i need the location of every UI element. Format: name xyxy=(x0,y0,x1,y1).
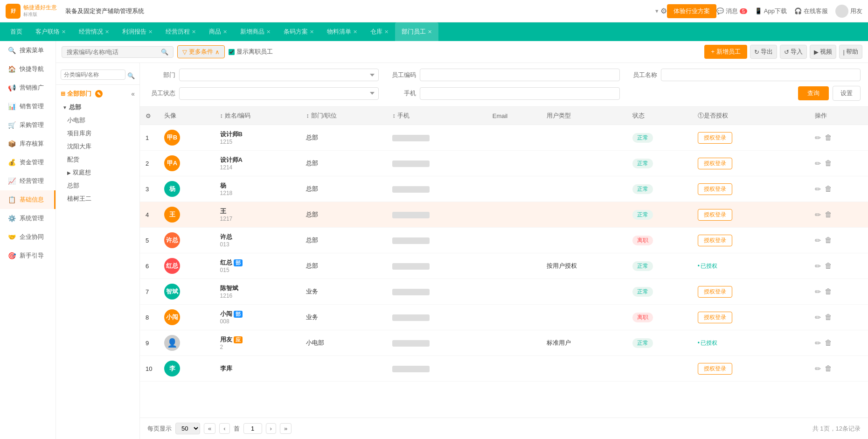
delete-icon[interactable]: 🗑 xyxy=(825,313,832,321)
tab-bom[interactable]: 物料清单✕ xyxy=(320,22,364,41)
close-icon[interactable]: ✕ xyxy=(353,29,357,35)
sidebar-item-search[interactable]: 🔍 搜索菜单 xyxy=(0,41,56,60)
employee-name-input[interactable] xyxy=(661,69,861,81)
tab-barcode[interactable]: 条码方案✕ xyxy=(277,22,320,41)
close-icon[interactable]: ✕ xyxy=(105,29,109,35)
search-input[interactable] xyxy=(67,49,158,56)
sidebar-item-collab[interactable]: 🤝 企业协同 xyxy=(0,228,56,246)
page-input[interactable] xyxy=(243,423,262,434)
first-page-btn[interactable]: « xyxy=(204,423,215,434)
sidebar-item-nav[interactable]: 🏠 快捷导航 xyxy=(0,60,56,78)
tab-warehouse[interactable]: 仓库✕ xyxy=(364,22,395,41)
view-btn[interactable]: ▶ 视频 xyxy=(810,45,836,59)
dept-node-zhishu[interactable]: 植树王二 xyxy=(56,192,139,205)
delete-icon[interactable]: 🗑 xyxy=(825,364,832,373)
dept-search-input[interactable] xyxy=(61,70,125,80)
auth-login-btn[interactable]: 授权登录 xyxy=(698,286,732,298)
close-icon[interactable]: ✕ xyxy=(192,29,196,35)
dept-select[interactable] xyxy=(179,69,379,81)
import-btn[interactable]: ↺ 导入 xyxy=(780,45,807,59)
col-settings[interactable]: ⚙ xyxy=(140,107,159,125)
sidebar-item-guide[interactable]: 🎯 新手引导 xyxy=(0,246,56,265)
sidebar-item-sales[interactable]: 📊 销售管理 xyxy=(0,97,56,116)
close-icon[interactable]: ✕ xyxy=(148,29,153,35)
delete-icon[interactable]: 🗑 xyxy=(825,262,832,270)
tab-home[interactable]: 首页 xyxy=(4,22,29,41)
close-icon[interactable]: ✕ xyxy=(62,29,66,35)
add-employee-btn[interactable]: + 新增员工 xyxy=(704,45,747,59)
dept-node-project[interactable]: 项目库房 xyxy=(56,127,139,140)
sidebar-item-finance[interactable]: 💰 资金管理 xyxy=(0,153,56,172)
tab-employee[interactable]: 部门员工✕ xyxy=(395,22,438,41)
filter-btn[interactable]: ▽ 更多条件 ∧ xyxy=(177,45,225,58)
delete-icon[interactable]: 🗑 xyxy=(825,133,832,142)
dept-node-xiaodian[interactable]: 小电部 xyxy=(56,114,139,127)
employee-code-input[interactable] xyxy=(420,69,619,81)
tab-customer[interactable]: 客户联络✕ xyxy=(29,22,72,41)
dept-header[interactable]: ⊞ 全部部门 ✎ « xyxy=(56,87,139,101)
query-btn[interactable]: 查询 xyxy=(798,86,829,100)
show-resigned-checkbox[interactable]: 显示离职员工 xyxy=(229,48,273,56)
sys-dropdown-icon[interactable]: ▾ xyxy=(655,7,659,14)
close-icon[interactable]: ✕ xyxy=(428,29,432,35)
sidebar-item-system[interactable]: ⚙️ 系统管理 xyxy=(0,209,56,228)
reset-btn[interactable]: 设置 xyxy=(833,86,861,101)
edit-icon[interactable]: ✏ xyxy=(815,339,821,348)
delete-icon[interactable]: 🗑 xyxy=(825,210,832,219)
col-dept[interactable]: ↕ 部门/职位 xyxy=(300,107,387,125)
edit-icon[interactable]: ✏ xyxy=(815,236,821,245)
delete-icon[interactable]: 🗑 xyxy=(825,287,832,296)
sidebar-item-marketing[interactable]: 📢 营销推广 xyxy=(0,78,56,97)
auth-login-btn[interactable]: 授权登录 xyxy=(698,209,732,221)
edit-icon[interactable]: ✏ xyxy=(815,262,821,271)
export-btn[interactable]: ↻ 导出 xyxy=(750,45,777,59)
tab-history[interactable]: 经营历程✕ xyxy=(159,22,202,41)
edit-icon[interactable]: ✏ xyxy=(815,185,821,194)
per-page-select[interactable]: 50 xyxy=(175,423,200,434)
tab-goods[interactable]: 商品✕ xyxy=(202,22,234,41)
close-icon[interactable]: ✕ xyxy=(223,29,227,35)
tab-profit[interactable]: 利润报告✕ xyxy=(116,22,159,41)
col-name[interactable]: ↕ 姓名/编码 xyxy=(215,107,301,125)
close-icon[interactable]: ✕ xyxy=(266,29,271,35)
delete-icon[interactable]: 🗑 xyxy=(825,339,832,347)
collapse-icon[interactable]: « xyxy=(131,90,135,98)
show-resigned-input[interactable] xyxy=(229,49,235,55)
sidebar-item-management[interactable]: 📈 经营管理 xyxy=(0,172,56,190)
online-service-btn[interactable]: 🎧 在线客服 xyxy=(794,7,828,15)
user-btn[interactable]: 用友 xyxy=(835,5,862,18)
col-phone[interactable]: ↕ 手机 xyxy=(387,107,486,125)
sidebar-item-basic[interactable]: 📋 基础信息 xyxy=(0,190,56,209)
delete-icon[interactable]: 🗑 xyxy=(825,236,832,244)
edit-icon[interactable]: ✏ xyxy=(815,313,821,322)
next-page-btn[interactable]: › xyxy=(266,423,276,434)
status-select[interactable] xyxy=(179,87,379,100)
tab-operation[interactable]: 经营情况✕ xyxy=(72,22,116,41)
message-btn[interactable]: 💬 消息 5 xyxy=(716,7,747,15)
auth-login-btn[interactable]: 授权登录 xyxy=(698,132,732,144)
edit-icon[interactable]: ✏ xyxy=(815,364,821,373)
edit-icon[interactable]: ✏ xyxy=(815,210,821,219)
close-icon[interactable]: ✕ xyxy=(384,29,389,35)
dept-node-distribution[interactable]: 配货 xyxy=(56,153,139,166)
delete-icon[interactable]: 🗑 xyxy=(825,185,832,193)
dept-node-hq2[interactable]: 总部 xyxy=(56,179,139,192)
sidebar-item-purchase[interactable]: 🛒 采购管理 xyxy=(0,116,56,134)
close-icon[interactable]: ✕ xyxy=(310,29,314,35)
tab-add-goods[interactable]: 新增商品✕ xyxy=(234,22,277,41)
app-download-btn[interactable]: 📱 App下载 xyxy=(755,7,787,15)
delete-icon[interactable]: 🗑 xyxy=(825,159,832,167)
dept-node-shuangtingxiang[interactable]: ▶ 双庭想 xyxy=(56,166,139,179)
last-page-btn[interactable]: » xyxy=(280,423,292,434)
edit-icon[interactable]: ✎ xyxy=(95,90,103,98)
auth-login-btn[interactable]: 授权登录 xyxy=(698,183,732,195)
auth-login-btn[interactable]: 授权登录 xyxy=(698,312,732,323)
auth-login-btn[interactable]: 授权登录 xyxy=(698,235,732,246)
sidebar-item-inventory[interactable]: 📦 库存核算 xyxy=(0,134,56,153)
edit-icon[interactable]: ✏ xyxy=(815,159,821,168)
dept-node-shenyang[interactable]: 沈阳大库 xyxy=(56,140,139,153)
phone-input[interactable] xyxy=(420,87,619,100)
settings-icon[interactable]: ⚙ xyxy=(660,7,667,15)
prev-page-btn[interactable]: ‹ xyxy=(219,423,229,434)
edit-icon[interactable]: ✏ xyxy=(815,133,821,142)
